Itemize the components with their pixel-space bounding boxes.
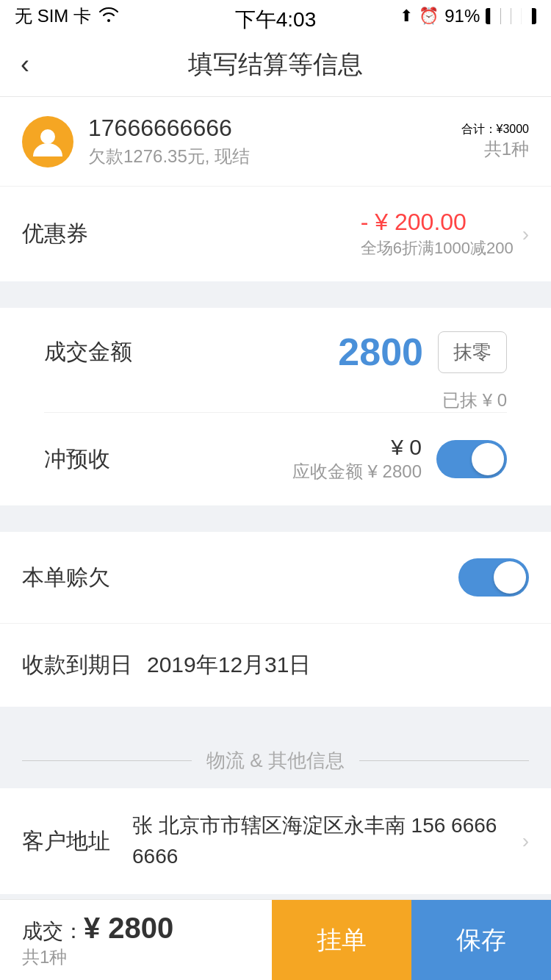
deal-amount-value: 2800 bbox=[338, 330, 423, 374]
prepay-row: 冲预收 ¥ 0 应收金额 ¥ 2800 bbox=[44, 412, 507, 505]
wifi-icon bbox=[98, 6, 119, 26]
svg-point-0 bbox=[40, 129, 55, 144]
coupon-subtext: 全场6折满1000减200 bbox=[361, 237, 514, 259]
alarm-icon: ⏰ bbox=[419, 7, 439, 26]
deal-amount-row: 成交金额 2800 抹零 bbox=[44, 330, 507, 389]
bottom-bar: 成交：¥ 2800 共1种 挂单 保存 bbox=[0, 899, 551, 980]
address-value: 张 北京市市辖区海淀区永丰南 156 6666 6666 bbox=[132, 810, 508, 872]
coupon-row[interactable]: 优惠券 - ¥ 200.00 全场6折满1000减200 › bbox=[0, 186, 551, 281]
prepay-toggle[interactable] bbox=[436, 440, 507, 478]
bottom-info: 成交：¥ 2800 共1种 bbox=[0, 912, 272, 969]
battery-icon: ████ bbox=[486, 8, 536, 24]
address-chevron-icon: › bbox=[522, 829, 529, 853]
coupon-right: - ¥ 200.00 全场6折满1000减200 › bbox=[361, 209, 529, 259]
bottom-deal-amount: ¥ 2800 bbox=[84, 912, 173, 944]
deal-amount-right: 2800 抹零 bbox=[338, 330, 507, 374]
save-label: 保存 bbox=[456, 923, 506, 957]
chevron-right-icon: › bbox=[522, 223, 529, 246]
debt-date-card: 本单赊欠 收款到期日 2019年12月31日 bbox=[0, 532, 551, 707]
separator-1 bbox=[0, 293, 551, 308]
back-button[interactable]: ‹ bbox=[21, 49, 29, 80]
bottom-deal-label: 成交： bbox=[22, 920, 84, 943]
deal-amount-sub: 已抹 ¥ 0 bbox=[44, 389, 507, 412]
coupon-value: - ¥ 200.00 bbox=[361, 209, 514, 236]
customer-row: 17666666666 欠款1276.35元, 现结 合计：¥3000 共1种 bbox=[0, 97, 551, 186]
due-date-value: 2019年12月31日 bbox=[147, 650, 311, 680]
deal-amount-label: 成交金额 bbox=[44, 337, 132, 367]
prepay-main-amount: ¥ 0 bbox=[292, 435, 422, 460]
debt-row: 本单赊欠 bbox=[0, 532, 551, 623]
customer-left: 17666666666 欠款1276.35元, 现结 bbox=[22, 115, 250, 168]
total-count: 共1种 bbox=[461, 137, 530, 161]
total-label-amount: 合计：¥3000 bbox=[461, 122, 530, 137]
amount-section: 成交金额 2800 抹零 已抹 ¥ 0 冲预收 ¥ 0 应收金额 ¥ 2800 bbox=[0, 308, 551, 505]
debt-toggle[interactable] bbox=[458, 558, 529, 597]
address-row[interactable]: 客户地址 张 北京市市辖区海淀区永丰南 156 6666 6666 › bbox=[0, 788, 551, 894]
debt-label: 本单赊欠 bbox=[22, 563, 110, 593]
prepay-amount: ¥ 0 应收金额 ¥ 2800 bbox=[292, 435, 422, 483]
address-label: 客户地址 bbox=[22, 826, 118, 857]
page-title: 填写结算等信息 bbox=[188, 48, 363, 82]
prepay-label: 冲预收 bbox=[44, 444, 110, 475]
avatar bbox=[22, 116, 73, 167]
divider-line-right bbox=[359, 760, 529, 761]
due-date-row: 收款到期日 2019年12月31日 bbox=[0, 623, 551, 707]
customer-info: 17666666666 欠款1276.35元, 现结 bbox=[88, 115, 250, 168]
content-area: 17666666666 欠款1276.35元, 现结 合计：¥3000 共1种 … bbox=[0, 97, 551, 980]
logistics-label: 物流 & 其他信息 bbox=[206, 748, 345, 774]
divider-line-left bbox=[22, 760, 192, 761]
round-zero-button[interactable]: 抹零 bbox=[438, 331, 507, 373]
customer-card: 17666666666 欠款1276.35元, 现结 合计：¥3000 共1种 … bbox=[0, 97, 551, 281]
separator-3 bbox=[0, 718, 551, 733]
bottom-count: 共1种 bbox=[22, 945, 250, 969]
hang-order-button[interactable]: 挂单 bbox=[272, 900, 411, 981]
prepay-right: ¥ 0 应收金额 ¥ 2800 bbox=[292, 435, 507, 483]
prepay-sub-amount: 应收金额 ¥ 2800 bbox=[292, 460, 422, 483]
carrier-text: 无 SIM 卡 bbox=[15, 4, 91, 28]
total-amount: ¥3000 bbox=[497, 123, 530, 135]
amount-inner: 成交金额 2800 抹零 已抹 ¥ 0 冲预收 ¥ 0 应收金额 ¥ 2800 bbox=[22, 330, 529, 505]
customer-right: 合计：¥3000 共1种 bbox=[461, 122, 530, 161]
separator-2 bbox=[0, 517, 551, 532]
battery-text: 91% bbox=[444, 6, 480, 26]
hang-order-label: 挂单 bbox=[317, 923, 367, 957]
customer-phone: 17666666666 bbox=[88, 115, 250, 142]
save-button[interactable]: 保存 bbox=[411, 900, 551, 981]
status-time: 下午4:03 bbox=[235, 6, 317, 34]
bottom-deal: 成交：¥ 2800 bbox=[22, 912, 250, 945]
status-right: ⬆ ⏰ 91% ████ bbox=[400, 6, 536, 26]
coupon-label: 优惠券 bbox=[22, 219, 88, 249]
total-label: 合计： bbox=[461, 123, 497, 135]
location-icon: ⬆ bbox=[400, 7, 413, 26]
logistics-divider: 物流 & 其他信息 bbox=[0, 733, 551, 788]
nav-bar: ‹ 填写结算等信息 bbox=[0, 32, 551, 97]
status-left: 无 SIM 卡 bbox=[15, 4, 119, 28]
due-date-label: 收款到期日 bbox=[22, 650, 132, 680]
status-bar: 无 SIM 卡 下午4:03 ⬆ ⏰ 91% ████ bbox=[0, 0, 551, 32]
customer-debt: 欠款1276.35元, 现结 bbox=[88, 145, 250, 168]
